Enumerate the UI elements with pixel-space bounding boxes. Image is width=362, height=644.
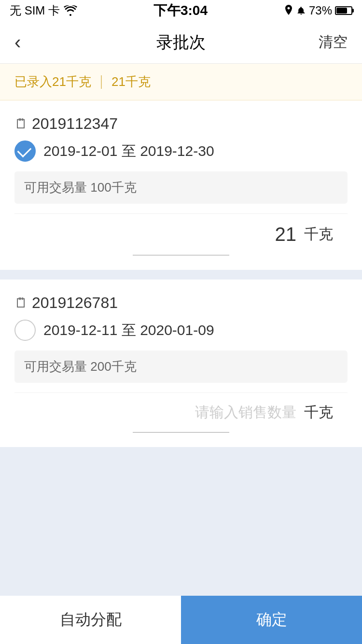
batch2-underline xyxy=(133,432,229,433)
auto-distribute-button[interactable]: 自动分配 xyxy=(0,596,181,644)
nav-bar: ‹ 录批次 清空 xyxy=(0,21,362,64)
battery-icon xyxy=(335,6,352,15)
wifi-icon xyxy=(64,5,77,16)
batch2-unit: 千克 xyxy=(304,403,333,422)
status-bar: 无 SIM 卡 下午3:04 73% xyxy=(0,0,362,21)
batch2-date-range: 2019-12-11 至 2020-01-09 xyxy=(43,321,214,340)
batch2-card: 🗒 2019126781 2019-12-11 至 2020-01-09 可用交… xyxy=(0,280,362,432)
batch2-available: 可用交易量 200千克 xyxy=(14,350,348,383)
page-title: 录批次 xyxy=(156,31,206,54)
batch1-underline xyxy=(133,255,229,255)
batch2-input-row: 请输入销售数量 千克 xyxy=(14,392,348,432)
clear-button[interactable]: 清空 xyxy=(319,32,348,52)
summary-value: 21千克 xyxy=(111,73,151,90)
section-divider xyxy=(0,270,362,280)
confirm-button[interactable]: 确定 xyxy=(181,596,362,644)
batch2-divider-wrap xyxy=(0,432,362,447)
batch1-select-row[interactable]: 2019-12-01 至 2019-12-30 xyxy=(14,140,348,162)
alarm-icon xyxy=(296,5,306,16)
batch2-quantity-placeholder[interactable]: 请输入销售数量 xyxy=(29,403,296,422)
batch2-id: 2019126781 xyxy=(32,294,118,312)
batch1-id: 2019112347 xyxy=(32,115,118,133)
batch1-input-row: 21 千克 xyxy=(14,213,348,255)
back-button[interactable]: ‹ xyxy=(14,31,43,53)
status-right: 73% xyxy=(284,4,352,17)
batch1-date-range: 2019-12-01 至 2019-12-30 xyxy=(43,141,214,161)
batch2-radio[interactable] xyxy=(14,320,36,341)
batch1-card: 🗒 2019112347 2019-12-01 至 2019-12-30 可用交… xyxy=(0,100,362,255)
batch2-header: 🗒 2019126781 xyxy=(14,294,348,312)
summary-divider xyxy=(101,75,102,89)
bottom-bar: 自动分配 确定 xyxy=(0,596,362,644)
batch1-divider-wrap xyxy=(0,255,362,270)
batch1-unit: 千克 xyxy=(304,224,333,244)
batch1-radio[interactable] xyxy=(14,140,36,162)
no-sim-text: 无 SIM 卡 xyxy=(10,3,60,18)
location-icon xyxy=(284,5,293,16)
batch1-header: 🗒 2019112347 xyxy=(14,115,348,133)
doc-icon-1: 🗒 xyxy=(14,116,28,132)
status-time: 下午3:04 xyxy=(153,1,208,20)
doc-icon-2: 🗒 xyxy=(14,295,28,311)
batch2-select-row[interactable]: 2019-12-11 至 2020-01-09 xyxy=(14,320,348,341)
batch1-quantity[interactable]: 21 xyxy=(258,224,296,245)
summary-recorded: 已录入21千克 xyxy=(14,73,91,90)
battery-percent: 73% xyxy=(309,4,332,17)
status-left: 无 SIM 卡 xyxy=(10,3,77,18)
summary-bar: 已录入21千克 21千克 xyxy=(0,64,362,100)
batch1-available: 可用交易量 100千克 xyxy=(14,171,348,204)
